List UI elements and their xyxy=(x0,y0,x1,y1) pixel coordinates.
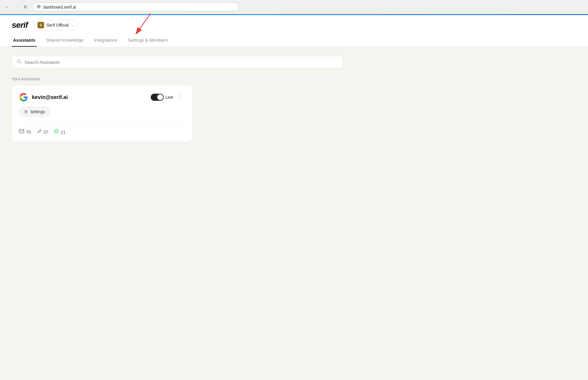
main-content: Your Assistants kevin@serif.ai Liv xyxy=(0,47,355,151)
org-switcher[interactable]: S Serif Official ⌄ xyxy=(34,20,77,30)
back-button[interactable]: ← xyxy=(4,3,11,11)
address-icon xyxy=(37,4,41,9)
tab-settings-members[interactable]: Settings & Members xyxy=(127,34,169,47)
edit-icon xyxy=(37,129,42,135)
live-label: Live xyxy=(165,95,173,100)
settings-button[interactable]: Settings xyxy=(19,107,50,117)
svg-point-10 xyxy=(55,129,59,133)
resolved-count: 11 xyxy=(61,129,66,134)
url-text: dashboard.serif.ai xyxy=(43,5,76,9)
stat-resolved: 11 xyxy=(54,129,66,135)
svg-point-8 xyxy=(25,111,27,112)
nav-tabs-container: Assistants Shared Knowledge Integrations… xyxy=(12,34,576,47)
check-circle-icon xyxy=(54,129,59,135)
refresh-button[interactable]: ↻ xyxy=(22,3,29,11)
gear-icon xyxy=(24,110,28,114)
email-icon xyxy=(19,129,24,134)
app-header: serif S Serif Official ⌄ Assistants Shar… xyxy=(0,15,588,47)
browser-nav-buttons: ← → ↻ xyxy=(4,3,29,11)
toggle-container: Live xyxy=(151,94,173,101)
status-toggle[interactable] xyxy=(151,94,164,101)
drafts-count: 37 xyxy=(43,129,48,134)
assistant-name: kevin@serif.ai xyxy=(32,94,68,100)
address-bar[interactable]: dashboard.serif.ai xyxy=(32,2,239,12)
org-avatar: S xyxy=(38,22,44,28)
stat-emails: 75 xyxy=(19,129,31,134)
stats-row: 75 37 11 xyxy=(19,124,185,135)
logo: serif xyxy=(12,20,28,30)
more-options-button[interactable]: ⋮ xyxy=(176,93,185,101)
nav-tabs: Assistants Shared Knowledge Integrations… xyxy=(12,34,576,47)
forward-button[interactable]: → xyxy=(13,3,20,11)
google-icon xyxy=(19,92,28,102)
tab-shared-knowledge[interactable]: Shared Knowledge xyxy=(45,34,85,47)
emails-count: 75 xyxy=(26,129,31,134)
browser-chrome: ← → ↻ dashboard.serif.ai xyxy=(0,0,588,14)
section-label: Your Assistants xyxy=(12,77,343,81)
stat-drafts: 37 xyxy=(37,129,48,135)
app-header-top: serif S Serif Official ⌄ xyxy=(12,15,576,34)
tab-integrations[interactable]: Integrations xyxy=(93,34,118,47)
org-name: Serif Official xyxy=(46,23,69,27)
svg-rect-9 xyxy=(19,129,24,133)
search-icon xyxy=(17,59,22,65)
chevron-down-icon: ⌄ xyxy=(71,23,74,27)
assistant-card: kevin@serif.ai Live ⋮ Settings xyxy=(12,85,192,142)
search-input[interactable] xyxy=(25,60,338,65)
search-container xyxy=(12,56,343,68)
settings-label: Settings xyxy=(30,109,45,114)
tab-assistants[interactable]: Assistants xyxy=(12,34,37,47)
card-header-right: Live ⋮ xyxy=(151,93,185,101)
card-header-left: kevin@serif.ai xyxy=(19,92,68,102)
card-header: kevin@serif.ai Live ⋮ xyxy=(19,92,185,102)
toggle-knob xyxy=(157,94,163,100)
svg-line-7 xyxy=(20,62,21,64)
